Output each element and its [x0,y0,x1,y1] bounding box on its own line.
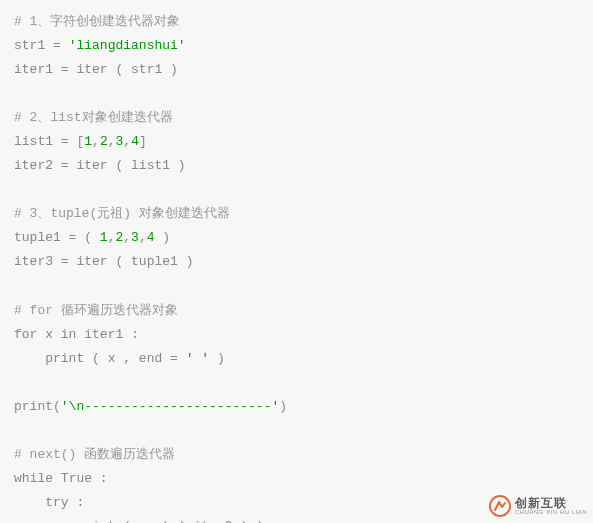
code-token: iter1 [14,62,61,77]
code-token: iter2 [14,158,61,173]
code-token: ) [240,519,248,523]
code-token: ] [139,134,147,149]
code-token: , [139,230,147,245]
code-token: ( [53,399,61,414]
code-token: iter [69,62,116,77]
code-token: , [123,134,131,149]
code-token: = [53,38,61,53]
code-token: ( [178,519,186,523]
code-token: tuple1 [123,254,185,269]
code-token: iter [69,158,116,173]
code-token [92,471,100,486]
code-token: ) [279,399,287,414]
code-token: = [61,158,69,173]
code-token: ( [84,230,92,245]
code-comment: # 3、tuple(元祖) 对象创建迭代器 [14,206,230,221]
code-token: ) [256,519,264,523]
code-string: '\n------------------------' [61,399,279,414]
code-token: ) [162,230,170,245]
code-token [92,230,100,245]
code-token [178,351,186,366]
code-comment: # 1、字符创创建迭代器对象 [14,14,180,29]
code-token: : [100,471,108,486]
watermark-text: 创新互联 CHUANG XIN HU LIAN [515,497,587,515]
code-block: # 1、字符创创建迭代器对象 str1 = 'liangdianshui' it… [0,0,593,523]
code-number: 1 [100,230,108,245]
code-keyword: while [14,471,53,486]
code-token: x [37,327,60,342]
code-token [61,38,69,53]
code-keyword: try [45,495,68,510]
watermark-cn: 创新互联 [515,497,587,509]
code-comment: # 2、list对象创建迭代器 [14,110,173,125]
watermark: 创新互联 CHUANG XIN HU LIAN [489,495,587,517]
code-token [209,351,217,366]
code-token: str1 [14,38,53,53]
code-token: print [14,519,123,523]
code-token: x [100,351,123,366]
code-number: 1 [84,134,92,149]
code-keyword: for [14,327,37,342]
watermark-logo-icon [489,495,511,517]
code-keyword: in [61,327,77,342]
code-token: iter3 [186,519,241,523]
code-token [53,471,61,486]
code-token: = [61,254,69,269]
code-string: 'liangdianshui' [69,38,186,53]
code-token: str1 [123,62,170,77]
code-token [248,519,256,523]
code-token: iter3 [14,254,61,269]
code-token: print [14,351,92,366]
code-comment: # next() 函数遍历迭代器 [14,447,175,462]
code-string: ' ' [186,351,209,366]
code-token: = [61,134,69,149]
code-token [14,495,45,510]
code-number: 4 [131,134,139,149]
code-token: ) [170,62,178,77]
code-token: ( [92,351,100,366]
code-keyword: True [61,471,92,486]
code-token: iter [69,254,116,269]
code-comment: # for 循环遍历迭代器对象 [14,303,178,318]
code-token: ( [123,519,131,523]
code-number: 3 [131,230,139,245]
code-token: list1 [14,134,61,149]
code-token: = [61,62,69,77]
code-token: : [76,495,84,510]
code-number: 2 [100,134,108,149]
code-number: 4 [147,230,155,245]
code-token: , [92,134,100,149]
svg-point-0 [490,496,510,516]
code-token: : [131,327,139,342]
code-token: iter1 [76,327,131,342]
code-token: next [131,519,178,523]
code-token: ) [178,158,186,173]
code-token: print [14,399,53,414]
code-token: , [123,230,131,245]
watermark-en: CHUANG XIN HU LIAN [515,509,587,515]
code-token: = [170,351,178,366]
code-token: ) [217,351,225,366]
code-token: tuple1 [14,230,69,245]
code-token: , [108,134,116,149]
code-token: , [123,351,131,366]
code-token: end [131,351,170,366]
code-token: list1 [123,158,178,173]
code-token: ) [186,254,194,269]
